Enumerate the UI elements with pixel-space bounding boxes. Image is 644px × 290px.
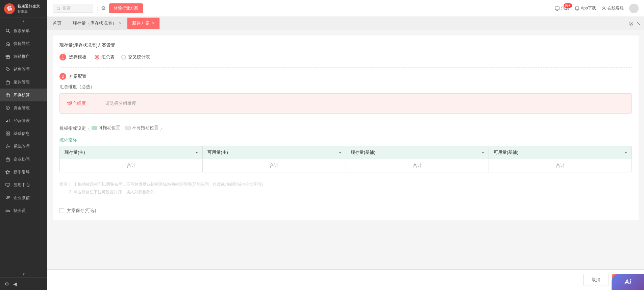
tip-item-1: 2. 点击标题栏下拉可设置排序、插入列和删除列 [59,189,632,195]
vertical-dim-label: *纵向维度 [67,100,86,106]
sidebar-settings-icon[interactable]: ⚙ [5,281,9,287]
app-edition: 标准版 [18,9,40,14]
sidebar-item-search[interactable]: 搜索菜单 [0,24,47,37]
stats-col-0: 现存量(主) ▾ [60,146,203,159]
sidebar-item-member-label: 畅会员 [14,208,26,214]
sidebar-item-member[interactable]: 畅会员 [0,204,47,217]
sidebar-item-inventory[interactable]: 库存核算 [0,89,47,101]
sidebar-item-quicknav[interactable]: 快捷导航 [0,37,47,50]
radio-summary-table[interactable]: 汇总表 [95,54,115,60]
stats-header-1[interactable]: 可用量(主) ▾ [203,146,345,159]
sidebar-item-finance-label: 资金管理 [14,105,30,111]
indicator-settings-suffix: ） [160,126,164,131]
sidebar-item-operations-label: 经营管理 [14,118,30,124]
divider-2 [59,119,632,119]
save-checkbox[interactable] [59,208,64,213]
cancel-button[interactable]: 取消 [583,274,609,286]
bag-icon [5,79,11,85]
main-panel: 现存量(库存状况表)方案设置 1 选择模板 汇总表 交叉统计表 [53,35,639,220]
stats-dropdown-1[interactable]: ▾ [339,151,341,154]
tab-inventory-label: 现存量（库存状况表） [73,20,117,26]
sidebar-item-purchase[interactable]: 采购管理 [0,76,47,89]
stats-dropdown-3[interactable]: ▾ [625,151,627,154]
app-download-action[interactable]: App下载 [575,5,596,11]
stats-col-2: 现存量(基辅) ▾ [346,146,489,159]
sidebar-scroll-down[interactable]: ▼ [0,271,47,277]
sidebar-item-marketing[interactable]: 营销推广 [0,50,47,63]
tab-collapse-icon[interactable]: ⊠ [629,20,634,27]
stats-table-header: 现存量(主) ▾ 可用量(主) ▾ 现存量(基辅 [60,146,631,159]
sidebar: 畅 畅康通好生意 标准版 ▲ 搜索菜单 快捷导航 营销推广 [0,0,47,290]
stats-table-body: 合计 合计 合计 合计 [60,159,631,172]
sidebar-item-collab[interactable]: 企业协同 [0,153,47,166]
section2-title: 方案配置 [69,73,86,79]
stats-header-text-0: 现存量(主) [65,149,85,155]
svg-line-28 [59,9,60,10]
stats-body-col-3: 合计 [489,159,631,172]
tab-expand-icon[interactable]: ⤡ [636,20,641,27]
user-avatar[interactable] [629,4,639,13]
sidebar-item-purchase-label: 采购管理 [14,79,30,85]
sidebar-item-collab-label: 企业协同 [14,156,30,162]
sidebar-item-appcenter[interactable]: 应用中心 [0,178,47,191]
sidebar-volume-icon[interactable]: ◀ [13,281,17,287]
sidebar-item-basic-info[interactable]: 基础信息 [0,127,47,140]
stats-body-1: 合计 [203,159,345,172]
sidebar-item-system-label: 系统管理 [14,144,30,149]
stats-dropdown-0[interactable]: ▾ [196,151,198,154]
tab-inventory[interactable]: 现存量（库存状况表） ✕ [67,17,127,30]
app-name: 畅康通好生意 [18,4,40,9]
sidebar-item-sales[interactable]: 销售管理 [0,63,47,76]
svg-point-27 [57,7,59,9]
chart-icon [5,118,11,124]
stats-header-0[interactable]: 现存量(主) ▾ [60,146,202,159]
tip-text-0: 1.拖动标题栏可以调整布局，不可跨维度或指标区域拖动栏目字段(只能在同一维度或指… [74,182,263,187]
ai-label: Ai [624,278,631,286]
sidebar-item-quicknav-label: 快捷导航 [14,41,30,47]
tab-home[interactable]: 首页 [47,17,67,30]
sidebar-scroll-up[interactable]: ▲ [0,18,47,24]
content-area: 现存量(库存状况表)方案设置 1 选择模板 汇总表 交叉统计表 [47,30,644,269]
stats-header-3[interactable]: 可用量(基辅) ▾ [489,146,631,159]
sidebar-item-appcenter-label: 应用中心 [14,182,30,188]
vertical-dim-placeholder[interactable]: 请选择分组维度 [105,100,136,106]
search-placeholder-text: 搜索 [63,5,71,11]
sidebar-item-wxwork[interactable]: 企业微信 [0,191,47,204]
stats-header-2[interactable]: 现存量(基辅) ▾ [346,146,489,159]
trial-button[interactable]: 体验行业方案 [109,3,143,13]
stats-dropdown-2[interactable]: ▾ [482,151,484,154]
ai-bubble[interactable]: Ai [612,274,644,290]
tab-inventory-close[interactable]: ✕ [119,21,122,26]
sidebar-item-operations[interactable]: 经营管理 [0,114,47,127]
sidebar-logo: 畅 畅康通好生意 标准版 [0,0,47,18]
stats-table: 现存量(主) ▾ 可用量(主) ▾ 现存量(基辅 [59,146,632,172]
svg-text:¥: ¥ [7,107,8,109]
sidebar-item-system[interactable]: 系统管理 [0,140,47,153]
svg-rect-30 [575,7,579,9]
customer-service-action[interactable]: 在线客服 [601,5,624,11]
sidebar-item-inventory-label: 库存核算 [14,92,30,98]
save-label: 方案保存(可选) [67,208,96,214]
bottom-bar: 取消 查询 [47,269,644,290]
topbar-gear-icon[interactable]: ⚙ [101,5,106,11]
divider-3 [59,202,632,202]
stats-col-1: 可用量(主) ▾ [203,146,346,159]
vertical-dim-dash: —— [91,101,100,106]
tab-new-scheme-close[interactable]: ✕ [152,21,155,26]
money-icon: ¥ [5,105,11,111]
customer-service-label: 在线客服 [608,5,624,11]
stats-body-0: 合计 [60,159,202,172]
radio-cross-table[interactable]: 交叉统计表 [121,54,150,60]
sidebar-nav: 搜索菜单 快捷导航 营销推广 销售管理 采购管理 [0,24,47,271]
tab-new-scheme[interactable]: 新建方案 ✕ [127,18,160,29]
message-action[interactable]: 消息 99+ [554,5,569,11]
stats-body-col-0: 合计 [60,159,203,172]
home-icon [5,41,11,47]
topbar-search[interactable]: 搜索 [53,4,93,13]
section-config: 2 方案配置 汇总维度（必选） *纵向维度 —— 请选择分组维度 模 [59,73,632,195]
stats-header-text-1: 可用量(主) [207,149,228,155]
svg-marker-21 [6,170,10,174]
sidebar-item-guide[interactable]: 新手引导 [0,166,47,178]
sidebar-item-finance[interactable]: ¥ 资金管理 [0,101,47,114]
svg-rect-29 [555,7,559,10]
